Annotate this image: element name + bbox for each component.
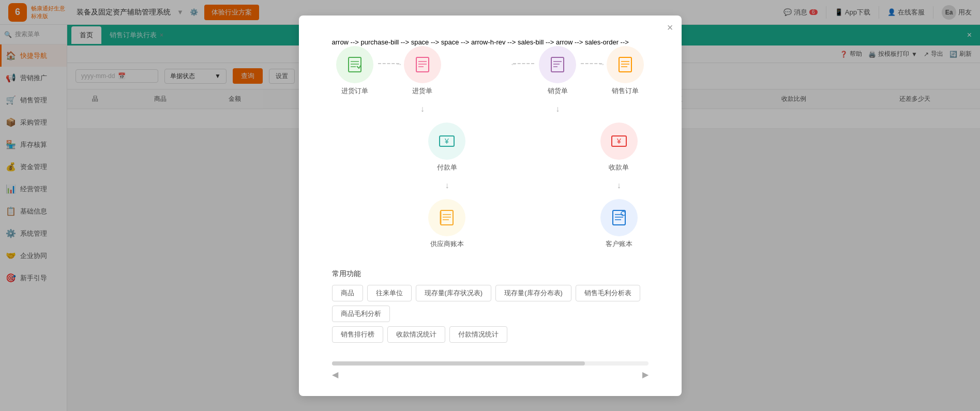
- func-btn-sales-rank[interactable]: 销售排行榜: [332, 326, 383, 343]
- common-funcs-title: 常用功能: [332, 269, 649, 279]
- sales-order-label: 销售订单: [612, 86, 639, 96]
- func-btn-sales-margin[interactable]: 销售毛利分析表: [576, 285, 640, 301]
- workflow-modal: × arrow --> purchase-bill --> space --> …: [299, 16, 682, 396]
- svg-rect-12: [619, 57, 631, 72]
- purchase-bill-icon: [413, 55, 432, 74]
- sales-order-circle: [607, 46, 644, 83]
- supplier-ledger-icon: [438, 208, 456, 227]
- receipt-icon: ¥: [610, 132, 628, 150]
- purchase-order-icon: [345, 55, 364, 74]
- modal-close-button[interactable]: ×: [667, 22, 673, 34]
- purchase-bill-label: 进货单: [412, 86, 432, 96]
- arrow-sales-bill-to-order: →: [581, 63, 602, 64]
- workflow-row-arrows: ↓ ↓: [332, 101, 649, 117]
- workflow-row-3: ¥ 付款单 ¥ 收款单: [332, 123, 649, 172]
- arrow-down-payment: ↓: [418, 181, 477, 190]
- svg-point-29: [621, 211, 625, 216]
- modal-scrollbar-thumb: [332, 361, 585, 366]
- func-buttons-row-1: 商品 往来单位 现存量(库存状况表) 现存量(库存分布表) 销售毛利分析表 商品…: [332, 285, 649, 322]
- payment-label: 付款单: [437, 163, 457, 172]
- supplier-ledger-circle: [428, 199, 465, 236]
- svg-rect-4: [416, 57, 429, 72]
- workflow-row-arrows-2: ↓ ↓: [332, 177, 649, 194]
- workflow-row-1: 进货订单 → 进货单: [332, 46, 649, 96]
- wf-node-supplier-ledger[interactable]: 供应商账本: [418, 199, 477, 249]
- svg-text:¥: ¥: [616, 137, 621, 145]
- purchase-order-label: 进货订单: [341, 86, 368, 96]
- sales-bill-label: 销货单: [548, 86, 568, 96]
- func-btn-receipt-stats[interactable]: 收款情况统计: [387, 326, 445, 343]
- wf-node-purchase-order[interactable]: 进货订单: [332, 46, 378, 96]
- receipt-circle: ¥: [600, 123, 638, 160]
- modal-overlay[interactable]: × arrow --> purchase-bill --> space --> …: [0, 0, 980, 411]
- sales-order-icon: [616, 55, 635, 74]
- func-btn-counterpart[interactable]: 往来单位: [367, 285, 412, 301]
- wf-node-payment[interactable]: ¥ 付款单: [418, 123, 477, 172]
- svg-rect-0: [349, 57, 361, 72]
- func-btn-payment-stats[interactable]: 付款情况统计: [449, 326, 507, 343]
- scroll-right-icon[interactable]: ▶: [642, 370, 649, 379]
- svg-rect-20: [441, 210, 453, 225]
- func-btn-inventory-status[interactable]: 现存量(库存状况表): [416, 285, 492, 301]
- customer-ledger-label: 客户账本: [606, 239, 632, 249]
- modal-scrollbar[interactable]: [332, 361, 649, 366]
- customer-ledger-circle: [600, 199, 638, 236]
- svg-rect-8: [551, 57, 564, 72]
- svg-rect-25: [613, 210, 625, 225]
- svg-text:¥: ¥: [445, 137, 449, 145]
- wf-node-receipt[interactable]: ¥ 收款单: [590, 123, 649, 172]
- sales-bill-circle: [539, 46, 576, 83]
- payment-icon: ¥: [438, 132, 456, 150]
- func-buttons-row-2: 销售排行榜 收款情况统计 付款情况统计: [332, 326, 649, 343]
- arrow-down-purchase: ↓: [399, 105, 445, 113]
- svg-rect-24: [440, 211, 442, 224]
- func-btn-goods[interactable]: 商品: [332, 285, 363, 301]
- arrow-sales-order-to-bill: ←: [513, 63, 534, 64]
- arrow-down-receipt: ↓: [590, 181, 649, 190]
- workflow-row-5: 供应商账本 客户账本: [332, 199, 649, 249]
- purchase-order-circle: [336, 46, 373, 83]
- scroll-left-icon[interactable]: ◀: [332, 370, 338, 379]
- wf-node-sales-bill[interactable]: 销货单: [534, 46, 580, 96]
- receipt-label: 收款单: [609, 163, 629, 172]
- workflow-diagram: arrow --> purchase-bill --> space --> sp…: [311, 28, 669, 264]
- sales-bill-icon: [548, 55, 567, 74]
- scrollbar-arrows: ◀ ▶: [311, 370, 669, 384]
- common-functions-area: 常用功能 商品 往来单位 现存量(库存状况表) 现存量(库存分布表) 销售毛利分…: [311, 264, 669, 357]
- arrow-down-sales: ↓: [534, 105, 580, 113]
- customer-ledger-icon: [610, 208, 628, 227]
- func-btn-inventory-dist[interactable]: 现存量(库存分布表): [495, 285, 571, 301]
- func-btn-goods-margin[interactable]: 商品毛利分析: [332, 306, 390, 322]
- purchase-bill-circle: [404, 46, 441, 83]
- supplier-ledger-label: 供应商账本: [430, 239, 464, 249]
- arrow-purchase-to-bill: →: [378, 63, 399, 64]
- wf-node-customer-ledger[interactable]: 客户账本: [590, 199, 649, 249]
- wf-node-sales-order[interactable]: 销售订单: [602, 46, 648, 96]
- wf-node-purchase-bill[interactable]: 进货单: [399, 46, 445, 96]
- payment-circle: ¥: [428, 123, 465, 160]
